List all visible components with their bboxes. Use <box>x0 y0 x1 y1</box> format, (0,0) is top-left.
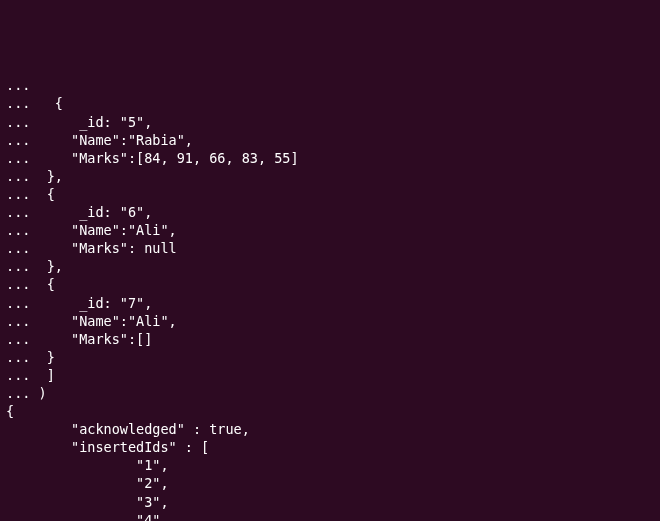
terminal-line: ... _id: "7", <box>6 295 152 311</box>
terminal-line: ... _id: "5", <box>6 114 152 130</box>
terminal-line: ... { <box>6 95 63 111</box>
terminal-line: { <box>6 403 14 419</box>
terminal-line: ... <box>6 77 30 93</box>
terminal-line: ... "Marks": null <box>6 240 177 256</box>
terminal-line: ... _id: "6", <box>6 204 152 220</box>
terminal-line: "3", <box>6 494 169 510</box>
terminal-line: "acknowledged" : true, <box>6 421 250 437</box>
terminal-line: "4", <box>6 512 169 521</box>
terminal-line: ... "Name":"Ali", <box>6 222 177 238</box>
terminal-line: ... ] <box>6 367 55 383</box>
terminal-line: ... "Name":"Ali", <box>6 313 177 329</box>
terminal-line: "2", <box>6 475 169 491</box>
terminal-line: ... "Marks":[84, 91, 66, 83, 55] <box>6 150 299 166</box>
terminal-line: "1", <box>6 457 169 473</box>
terminal-line: ... }, <box>6 168 63 184</box>
terminal-line: ... ) <box>6 385 47 401</box>
terminal-line: ... { <box>6 276 55 292</box>
terminal-line: ... }, <box>6 258 63 274</box>
terminal-line: ... "Marks":[] <box>6 331 152 347</box>
terminal-line: ... { <box>6 186 55 202</box>
terminal-line: ... "Name":"Rabia", <box>6 132 193 148</box>
terminal-line: ... } <box>6 349 55 365</box>
terminal-line: "insertedIds" : [ <box>6 439 209 455</box>
terminal-output[interactable]: ... ... { ... _id: "5", ... "Name":"Rabi… <box>6 76 654 521</box>
